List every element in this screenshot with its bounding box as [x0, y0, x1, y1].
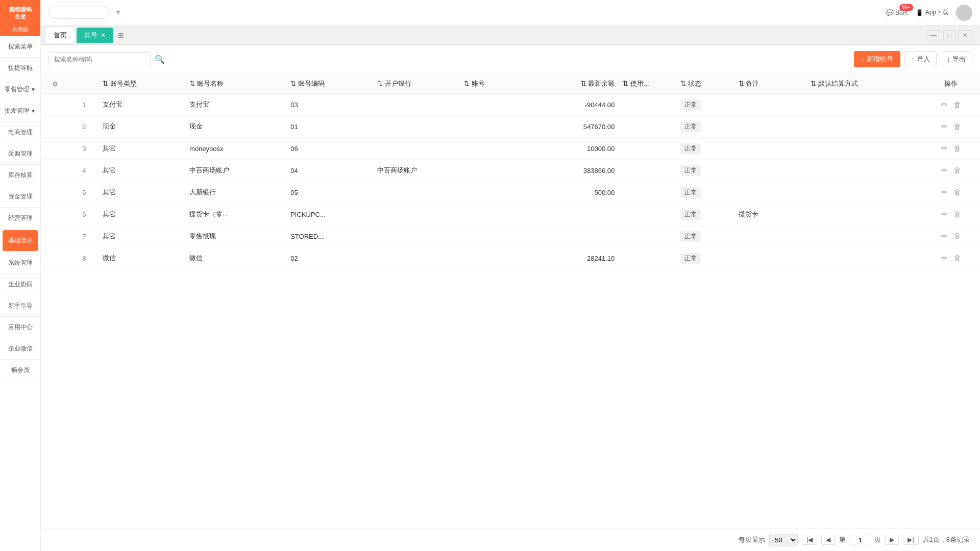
col-header-index: [70, 74, 99, 94]
header-chevron-icon[interactable]: ▼: [115, 9, 121, 16]
page-label-go: 第: [839, 535, 846, 544]
delete-button[interactable]: 🗑: [951, 165, 963, 176]
edit-button[interactable]: ✏: [939, 165, 950, 176]
col-header-default-settlement[interactable]: ⇅ 默认结算方式: [806, 74, 922, 94]
row-name-cell: 大新银行: [185, 182, 286, 204]
pagination-bar: 每页显示 50 20 100 |◀ ◀ 第 页 ▶ ▶| 共1页，8条记录: [41, 528, 980, 551]
account-search-input[interactable]: [48, 52, 151, 66]
table-row: 2 现金 现金 01 547670.00 正常 ✏ 🗑: [41, 116, 980, 138]
row-balance-cell: -90444.00: [532, 94, 619, 116]
sidebar-item-system-mgmt[interactable]: 系统管理: [0, 253, 40, 274]
import-button[interactable]: ↑ 导入: [904, 51, 937, 67]
row-settings-cell: [41, 116, 70, 138]
sidebar-item-enterprise-wechat[interactable]: 企业微信: [0, 338, 40, 360]
row-settings-cell: [41, 94, 70, 116]
edit-button[interactable]: ✏: [939, 143, 950, 154]
sidebar-item-ecommerce-mgmt[interactable]: 电商管理: [0, 122, 40, 143]
sidebar: 稳稳赚钱生意 乐惠版 搜索菜单 快捷导航 零售管理 ▼ 批发管理 ▼ 电商管理 …: [0, 0, 41, 551]
sidebar-item-retail-mgmt[interactable]: 零售管理 ▼: [0, 79, 40, 101]
page-number-input[interactable]: [850, 535, 870, 545]
col-header-type[interactable]: ⇅ 账号类型: [99, 74, 185, 94]
window-close-button[interactable]: ✕: [958, 30, 972, 40]
header-left: ▼: [48, 7, 121, 19]
sidebar-nav: 搜索菜单 快捷导航 零售管理 ▼ 批发管理 ▼ 电商管理 采购管理 库存核算 资…: [0, 36, 40, 551]
tab-home[interactable]: 首页: [46, 28, 75, 43]
delete-button[interactable]: 🗑: [951, 253, 963, 263]
sidebar-item-wholesale-mgmt[interactable]: 批发管理 ▼: [0, 101, 40, 122]
next-page-button[interactable]: ▶: [885, 535, 899, 545]
export-label: 导出: [952, 55, 966, 64]
sidebar-item-app-center[interactable]: 应用中心: [0, 317, 40, 338]
search-button[interactable]: 🔍: [155, 55, 165, 64]
status-badge: 正常: [680, 143, 701, 154]
delete-button[interactable]: 🗑: [951, 121, 963, 132]
sidebar-item-beginner-guide[interactable]: 新手引导: [0, 295, 40, 317]
page-size-select[interactable]: 50 20 100: [769, 534, 798, 546]
sidebar-item-finance-mgmt[interactable]: 资金管理: [0, 186, 40, 208]
sidebar-item-vip-member[interactable]: 畅会员: [0, 360, 40, 381]
app-download-button[interactable]: 📱 App下载: [916, 8, 948, 17]
sidebar-item-quick-nav[interactable]: 快捷导航: [0, 58, 40, 79]
row-name-cell: 零售抵现: [185, 226, 286, 247]
edit-button[interactable]: ✏: [939, 121, 950, 132]
tab-account-close-icon[interactable]: ✕: [101, 32, 106, 39]
message-button[interactable]: 💬 消息 99+: [886, 8, 908, 17]
row-bank-cell: [373, 204, 460, 226]
content-toolbar: 🔍 + 新增账号 ↑ 导入 ↓ 导出: [41, 45, 980, 74]
tab-account[interactable]: 账号 ✕: [77, 28, 113, 43]
delete-button[interactable]: 🗑: [951, 209, 963, 219]
sidebar-item-search-menu[interactable]: 搜索菜单: [0, 36, 40, 58]
row-account-no-cell: [460, 182, 532, 204]
edit-button[interactable]: ✏: [939, 99, 950, 110]
row-remark-cell: [734, 138, 807, 160]
row-type-cell: 其它: [99, 226, 185, 247]
first-page-button[interactable]: |◀: [802, 535, 817, 545]
col-header-name[interactable]: ⇅ 账号名称: [185, 74, 286, 94]
sidebar-item-label: 电商管理: [3, 128, 38, 137]
col-header-usage[interactable]: ⇅ 使用...: [619, 74, 676, 94]
export-button[interactable]: ↓ 导出: [941, 51, 973, 67]
row-type-cell: 支付宝: [99, 94, 185, 116]
col-header-account-no[interactable]: ⇅ 账号: [460, 74, 532, 94]
sidebar-item-operation-mgmt[interactable]: 经营管理: [0, 208, 40, 229]
row-usage-cell: [619, 94, 676, 116]
delete-button[interactable]: 🗑: [951, 231, 963, 241]
sidebar-item-purchase-mgmt[interactable]: 采购管理: [0, 143, 40, 165]
row-account-no-cell: [460, 138, 532, 160]
edit-button[interactable]: ✏: [939, 187, 950, 198]
delete-button[interactable]: 🗑: [951, 143, 963, 154]
edit-button[interactable]: ✏: [939, 209, 950, 220]
delete-button[interactable]: 🗑: [951, 187, 963, 197]
col-header-bank[interactable]: ⇅ 开户银行: [373, 74, 460, 94]
sidebar-item-inventory[interactable]: 库存核算: [0, 165, 40, 186]
tab-expand-icon[interactable]: ⊞: [118, 31, 124, 39]
export-icon: ↓: [947, 56, 951, 63]
row-balance-cell: [532, 204, 619, 226]
add-account-button[interactable]: + 新增账号: [854, 51, 900, 67]
col-header-settings[interactable]: ⚙: [41, 74, 70, 94]
user-avatar[interactable]: [956, 5, 972, 21]
col-header-remark[interactable]: ⇅ 备注: [734, 74, 807, 94]
sidebar-item-basic-info[interactable]: 基础信息: [3, 230, 38, 252]
edit-button[interactable]: ✏: [939, 253, 950, 264]
window-minimize-button[interactable]: —: [926, 30, 941, 40]
row-account-no-cell: [460, 247, 532, 269]
row-code-cell: 06: [286, 138, 373, 160]
sidebar-item-label: 系统管理: [3, 259, 38, 267]
last-page-button[interactable]: ▶|: [903, 535, 918, 545]
sidebar-item-label: 企业微信: [3, 344, 38, 353]
row-index-cell: 4: [70, 160, 99, 182]
header-search-input[interactable]: [48, 7, 110, 19]
prev-page-button[interactable]: ◀: [821, 535, 835, 545]
row-code-cell: 02: [286, 247, 373, 269]
edit-button[interactable]: ✏: [939, 231, 950, 242]
row-ops-cell: ✏ 🗑: [922, 204, 980, 226]
sidebar-item-enterprise-agreement[interactable]: 企业协同: [0, 274, 40, 295]
window-maximize-button[interactable]: □: [943, 30, 956, 40]
delete-button[interactable]: 🗑: [951, 99, 963, 110]
status-badge: 正常: [680, 231, 701, 242]
row-ops-cell: ✏ 🗑: [922, 138, 980, 160]
col-header-status[interactable]: ⇅ 状态: [676, 74, 734, 94]
col-header-code[interactable]: ⇅ 账号编码: [286, 74, 373, 94]
col-header-balance[interactable]: ⇅ 最新余额: [532, 74, 619, 94]
